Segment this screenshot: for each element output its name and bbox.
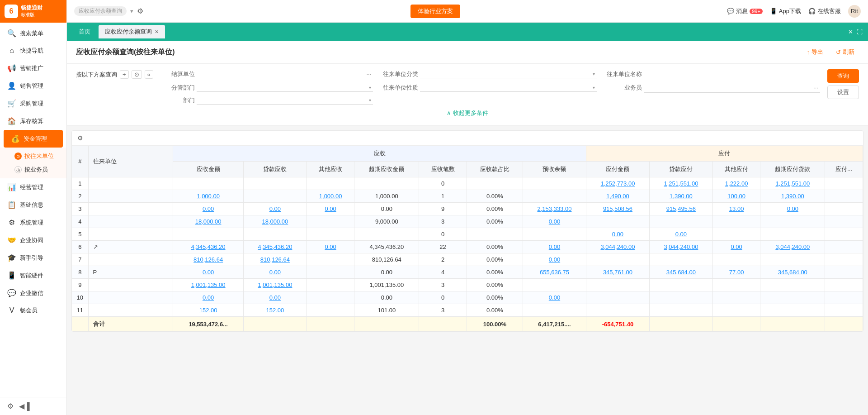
settings-icon[interactable]: ⚙ [137, 7, 143, 15]
row-ar-other[interactable]: 0.00 [307, 241, 354, 253]
row-ar-prepay[interactable]: 0.00 [523, 241, 586, 253]
tab-ar-ap[interactable]: 应收应付余额查询 ✕ [99, 25, 165, 38]
query-button[interactable]: 查询 [827, 69, 859, 83]
submenu-item-partner[interactable]: ⊙ 按往来单位 [9, 149, 66, 163]
row-ar-loan[interactable]: 0.00 [243, 291, 307, 304]
row-ar-loan[interactable]: 0.00 [243, 203, 307, 215]
chevron-down-icon[interactable]: ▾ [130, 8, 133, 14]
row-ap-loan[interactable]: 0.00 [649, 228, 712, 241]
row-ap-loan[interactable]: 915,495.56 [649, 203, 712, 215]
row-ap-overdue[interactable]: 0.00 [760, 203, 825, 215]
table-settings-icon[interactable]: ⚙ [77, 134, 83, 142]
row-ar-prepay[interactable]: 0.00 [523, 215, 586, 228]
row-ar-amount[interactable]: 18,000.00 [173, 215, 244, 228]
tab-close-all-icon[interactable]: ✕ [848, 29, 853, 35]
row-ap-other[interactable]: 0.00 [712, 241, 760, 253]
row-ar-loan[interactable]: 0.00 [243, 266, 307, 279]
partner-category-wrapper[interactable]: ▾ [420, 70, 596, 78]
row-ar-loan[interactable]: 810,126.64 [243, 253, 307, 266]
footer-collapse-icon[interactable]: ◀▐ [19, 402, 29, 410]
user-avatar[interactable]: Rit [848, 5, 861, 18]
settlement-dots-icon[interactable]: ··· [366, 71, 371, 77]
app-download-button[interactable]: 📱 App下载 [770, 7, 801, 15]
row-ap-amount[interactable]: 1,252,773.00 [586, 177, 649, 190]
row-ap-loan[interactable]: 1,390.00 [649, 190, 712, 203]
row-ar-other[interactable]: 1,000.00 [307, 190, 354, 203]
row-ar-prepay[interactable]: 0.00 [523, 253, 586, 266]
sidebar-item-finance[interactable]: 💰资金管理 [4, 130, 63, 148]
row-ar-amount[interactable]: 0.00 [173, 266, 244, 279]
sidebar-item-member[interactable]: V畅会员 [0, 302, 66, 319]
sidebar-item-purchase[interactable]: 🛒采购管理 [0, 95, 66, 112]
sidebar-item-quicknav[interactable]: ⌂快捷导航 [0, 42, 66, 59]
row-ap-other[interactable]: 13.00 [712, 203, 760, 215]
row-ar-amount[interactable]: 1,000.00 [173, 190, 244, 203]
row-ap-amount[interactable]: 915,508.56 [586, 203, 649, 215]
row-ap-overdue[interactable]: 1,390.00 [760, 190, 825, 203]
row-ap-loan[interactable]: 345,684.00 [649, 266, 712, 279]
table-scroll[interactable]: # 往来单位 应收 应付 应收金额 贷款应收 其他应收 超期应收金额 应收笔数 … [72, 146, 863, 331]
row-ap-other[interactable]: 77.00 [712, 266, 760, 279]
dept-manager-wrapper[interactable]: ▾ [197, 84, 373, 92]
footer-ar-prepay[interactable]: 6,417,215.... [523, 317, 586, 331]
sidebar-item-guide[interactable]: 🎓新手引导 [0, 249, 66, 267]
row-ar-prepay[interactable]: 0.00 [523, 291, 586, 304]
sidebar-item-hardware[interactable]: 📱智能硬件 [0, 267, 66, 284]
row-ar-prepay[interactable]: 655,636.75 [523, 266, 586, 279]
row-ar-loan[interactable]: 18,000.00 [243, 215, 307, 228]
tab-expand-icon[interactable]: ⛶ [857, 29, 863, 35]
sidebar-item-basicinfo[interactable]: 📋基础信息 [0, 196, 66, 214]
dept-wrapper[interactable]: ▾ [197, 96, 373, 105]
row-ar-amount[interactable]: 0.00 [173, 203, 244, 215]
row-ar-amount[interactable]: 0.00 [173, 291, 244, 304]
row-ar-amount[interactable]: 4,345,436.20 [173, 241, 244, 253]
filter-add-icon[interactable]: + [120, 70, 129, 79]
row-ar-loan[interactable]: 4,345,436.20 [243, 241, 307, 253]
export-button[interactable]: ↑ 导出 [802, 46, 828, 58]
sidebar-item-sales[interactable]: 👤销售管理 [0, 77, 66, 95]
row-ap-overdue[interactable]: 345,684.00 [760, 266, 825, 279]
footer-settings-icon[interactable]: ⚙ [7, 402, 14, 410]
row-ap-loan[interactable]: 1,251,551.00 [649, 177, 712, 190]
collapse-more-btn[interactable]: ∧ 收起更多条件 [76, 106, 859, 120]
tab-close-icon[interactable]: ✕ [155, 29, 159, 35]
sidebar-item-marketing[interactable]: 📢营销推广 [0, 59, 66, 77]
partner-nature-wrapper[interactable]: ▾ [420, 84, 596, 92]
partner-name-input[interactable] [646, 71, 818, 77]
submenu-item-salesman[interactable]: ◷ 按业务员 [9, 163, 66, 176]
row-ap-overdue[interactable]: 3,044,240.00 [760, 241, 825, 253]
row-ar-loan[interactable]: 152.00 [243, 304, 307, 317]
messages-button[interactable]: 💬 消息 99+ [727, 7, 763, 15]
row-ar-amount[interactable]: 152.00 [173, 304, 244, 317]
tab-home[interactable]: 首页 [72, 25, 97, 38]
row-ap-loan[interactable]: 3,044,240.00 [649, 241, 712, 253]
sidebar-item-system[interactable]: ⚙系统管理 [0, 214, 66, 231]
sidebar-item-cooperation[interactable]: 🤝企业协同 [0, 231, 66, 249]
filter-collapse-icon[interactable]: « [145, 70, 153, 79]
row-ap-amount[interactable]: 345,761.00 [586, 266, 649, 279]
sidebar-item-operations[interactable]: 📊经营管理 [0, 178, 66, 196]
sidebar-item-search[interactable]: 🔍搜索菜单 [0, 24, 66, 42]
online-service-button[interactable]: 🎧 在线客服 [808, 7, 841, 15]
filter-config-icon[interactable]: ⊙ [132, 70, 142, 79]
row-ar-loan[interactable]: 1,001,135.00 [243, 279, 307, 291]
salesman-dots-icon[interactable]: ··· [813, 84, 818, 91]
sidebar-item-inventory[interactable]: 🏠库存核算 [0, 112, 66, 130]
row-ap-other[interactable]: 1,222.00 [712, 177, 760, 190]
row-ar-amount[interactable]: 810,126.64 [173, 253, 244, 266]
settlement-input[interactable] [198, 71, 367, 77]
sidebar-item-wechat[interactable]: 💬企业微信 [0, 284, 66, 302]
row-ap-amount[interactable]: 1,490.00 [586, 190, 649, 203]
row-ap-amount[interactable]: 0.00 [586, 228, 649, 241]
settings-button[interactable]: 设置 [827, 86, 859, 99]
row-ap-amount[interactable]: 3,044,240.00 [586, 241, 649, 253]
row-ar-other[interactable]: 0.00 [307, 203, 354, 215]
row-ap-other[interactable]: 100.00 [712, 190, 760, 203]
row-ar-prepay[interactable]: 2,153,333.00 [523, 203, 586, 215]
row-ap-overdue[interactable]: 1,251,551.00 [760, 177, 825, 190]
footer-ar-amount[interactable]: 19,553,472,6... [173, 317, 244, 331]
row-ar-amount[interactable]: 1,001,135.00 [173, 279, 244, 291]
solution-button[interactable]: 体验行业方案 [410, 5, 460, 18]
refresh-button[interactable]: ↺ 刷新 [831, 46, 859, 58]
filter-partner-name: 往来单位名称 [606, 69, 820, 79]
